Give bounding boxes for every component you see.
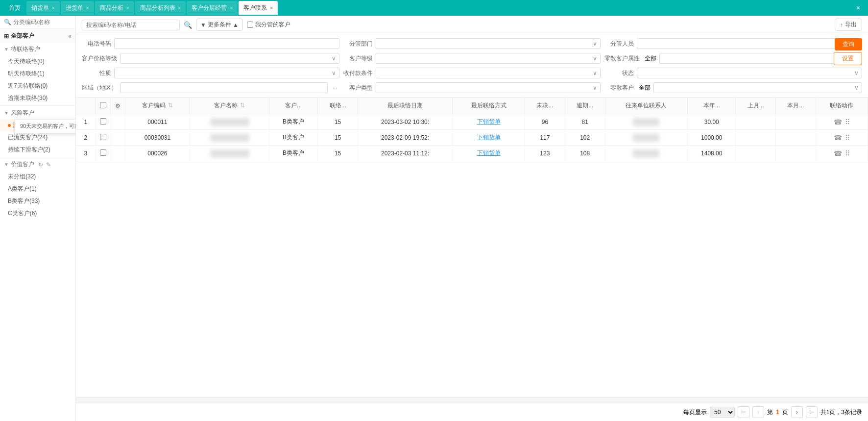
sidebar-item-ungrouped[interactable]: 未分组(32) (0, 171, 75, 183)
cell-type: B类客户 (269, 130, 318, 146)
ellipsis-button[interactable]: ··· (331, 84, 339, 91)
price-tier-select[interactable]: ∨ (120, 53, 339, 64)
more-action-icon[interactable]: ⠿ (845, 134, 850, 142)
col-checkbox[interactable] (96, 98, 110, 114)
col-settings[interactable]: ⚙ (110, 98, 125, 114)
export-button[interactable]: ↑ 导出 (835, 19, 862, 31)
col-no-contact: 未联... (525, 98, 565, 114)
query-button[interactable]: 查询 (835, 38, 862, 50)
first-page-button[interactable]: ⊨ (738, 406, 749, 418)
filter-dept-row: 分管部门 ∨ (343, 38, 601, 49)
nav-tab-customer-contact[interactable]: 客户联系 × (239, 1, 278, 15)
row-checkbox[interactable] (100, 134, 106, 140)
all-customers-header[interactable]: ⊞ 全部客户 « (0, 29, 75, 43)
close-all-button[interactable]: × (852, 4, 864, 12)
cell-last-type[interactable]: 下销货单 (453, 114, 525, 130)
cell-type: B类客户 (269, 114, 318, 130)
level-select[interactable]: ∨ (376, 53, 601, 64)
sidebar-item-today[interactable]: 今天待联络(0) (0, 55, 75, 68)
close-tab-icon[interactable]: × (52, 5, 55, 11)
cell-this-month (776, 114, 816, 130)
sidebar-item-7days[interactable]: 近7天待联络(0) (0, 80, 75, 92)
payment-select[interactable]: ∨ (376, 68, 601, 78)
nav-tab-customer-tier[interactable]: 客户分层经营 × (187, 1, 238, 15)
cell-no-contact: 117 (525, 130, 565, 146)
contact-type-link[interactable]: 下销货单 (477, 149, 501, 156)
cell-checkbox[interactable] (96, 130, 110, 146)
chevron-down-icon: ∨ (593, 55, 597, 62)
nav-tab-purchase[interactable]: 进货单 × (61, 1, 94, 15)
cell-index: 1 (76, 114, 96, 130)
page-size-select[interactable]: 50 100 200 (710, 407, 735, 418)
page-suffix: 页 (782, 408, 788, 417)
phone-action-icon[interactable]: ☎ (834, 134, 842, 142)
chevron-down-icon: ▲ (233, 22, 239, 28)
phone-input[interactable] (114, 38, 339, 49)
close-tab-icon[interactable]: × (230, 5, 233, 11)
settings-button[interactable]: 设置 (834, 52, 862, 65)
cell-last-type[interactable]: 下销货单 (453, 146, 525, 161)
close-tab-icon[interactable]: × (178, 5, 181, 11)
cell-checkbox[interactable] (96, 146, 110, 161)
row-checkbox[interactable] (100, 149, 106, 156)
total-pages-label: 共1页，3条记录 (820, 408, 862, 417)
cell-last-type[interactable]: 下销货单 (453, 130, 525, 146)
sidebar-item-class-b[interactable]: B类客户(33) (0, 195, 75, 207)
phone-action-icon[interactable]: ☎ (834, 118, 842, 126)
next-page-button[interactable]: › (791, 406, 803, 418)
cell-checkbox[interactable] (96, 114, 110, 130)
nav-tab-salesperson[interactable]: 销货单 × (26, 1, 60, 15)
more-action-icon[interactable]: ⠿ (845, 149, 850, 157)
cell-row-settings (110, 114, 125, 130)
refresh-icon[interactable]: ↻ (38, 161, 43, 168)
sidebar-item-class-a[interactable]: A类客户(1) (0, 183, 75, 195)
close-tab-icon[interactable]: × (270, 5, 273, 11)
my-customers-checkbox-label[interactable]: 我分管的客户 (247, 21, 290, 29)
gender-select[interactable]: ∨ (114, 68, 339, 78)
sidebar-item-overdue[interactable]: 逾期未联络(30) (0, 92, 75, 104)
customer-type-select[interactable]: ∨ (376, 82, 601, 93)
more-action-icon[interactable]: ⠿ (845, 118, 850, 126)
cell-overdue: 81 (565, 114, 605, 130)
region-input[interactable] (120, 82, 328, 93)
filter-level-row: 客户等级 ∨ (343, 53, 601, 64)
retail-attr-select[interactable]: ∨ (659, 53, 862, 64)
sidebar-item-tomorrow[interactable]: 明天待联络(1) (0, 68, 75, 80)
more-conditions-button[interactable]: ▼ 更多条件 ▲ (196, 19, 243, 31)
contact-type-link[interactable]: 下销货单 (477, 134, 501, 141)
collapse-icon[interactable]: « (68, 33, 72, 40)
sidebar-item-declining[interactable]: 持续下滑客户(2) (0, 144, 75, 156)
manager-select[interactable]: ··· (637, 38, 862, 49)
chevron-down-icon: ∨ (593, 40, 597, 47)
phone-action-icon[interactable]: ☎ (834, 149, 842, 157)
search-button[interactable]: 🔍 (184, 21, 192, 29)
nav-home[interactable]: 首页 (4, 1, 25, 15)
arrow-icon: ▼ (4, 162, 9, 167)
horizontal-scrollbar[interactable] (76, 397, 868, 403)
my-customers-checkbox[interactable] (247, 22, 253, 28)
contact-type-link[interactable]: 下销货单 (477, 118, 501, 125)
close-tab-icon[interactable]: × (86, 5, 89, 11)
col-code[interactable]: 客户编码 ⇅ (125, 98, 190, 114)
cell-this-month (776, 146, 816, 161)
row-checkbox[interactable] (100, 118, 106, 124)
group-value-customer[interactable]: ▼ 价值客户 ↻ ✎ (0, 158, 75, 171)
close-tab-icon[interactable]: × (126, 5, 129, 11)
group-risk-customer[interactable]: ▼ 风险客户 (0, 107, 75, 119)
sidebar-item-class-c[interactable]: C类客户(6) (0, 207, 75, 220)
nav-tab-product-list[interactable]: 商品分析列表 × (135, 1, 186, 15)
edit-icon[interactable]: ✎ (46, 161, 51, 168)
cell-unit-contact: ████ (605, 146, 688, 161)
last-page-button[interactable]: ⊩ (806, 406, 818, 418)
prev-page-button[interactable]: ‹ (752, 406, 764, 418)
group-pending-contact[interactable]: ▼ 待联络客户 (0, 43, 75, 55)
col-name[interactable]: 客户名称 ⇅ (190, 98, 269, 114)
retail-customer-select[interactable]: ∨ (653, 82, 862, 93)
status-select[interactable]: ∨ (637, 68, 862, 78)
filter-price-tier-row: 客户价格等级 ∨ (82, 53, 339, 64)
dept-select[interactable]: ∨ (376, 38, 601, 49)
select-all-checkbox[interactable] (100, 102, 106, 108)
search-input[interactable] (82, 20, 180, 30)
nav-tab-product-analysis[interactable]: 商品分析 × (95, 1, 134, 15)
sidebar-search-input[interactable] (13, 19, 76, 25)
